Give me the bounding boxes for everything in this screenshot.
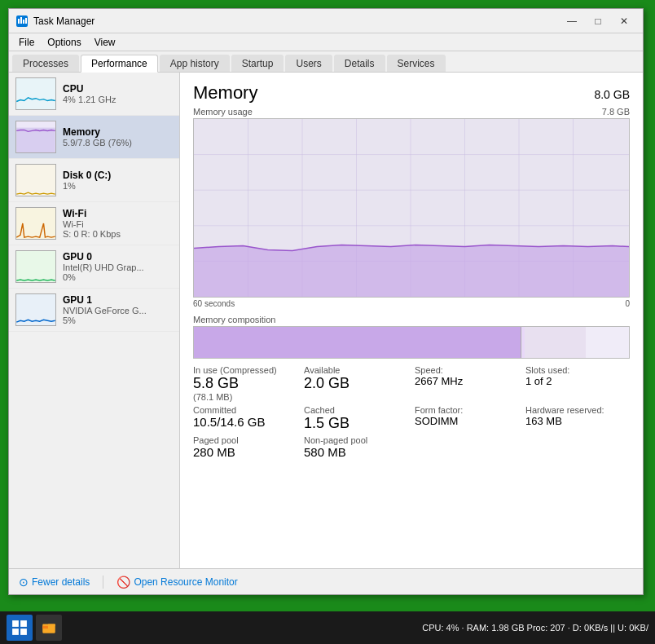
memory-thumbnail [15, 121, 56, 153]
wifi-name: Wi-Fi [63, 208, 173, 219]
stat-nonpaged: Non-paged pool 580 MB [304, 435, 408, 459]
form-label: Form factor: [415, 405, 519, 415]
sidebar-item-memory[interactable]: Memory 5.9/7.8 GB (76%) [9, 116, 179, 159]
maximize-button[interactable]: □ [586, 13, 610, 29]
footer: ⊙ Fewer details 🚫 Open Resource Monitor [9, 568, 643, 594]
stat-cached: Cached 1.5 GB [304, 405, 408, 432]
menu-options[interactable]: Options [41, 35, 87, 50]
tab-apphistory[interactable]: App history [160, 55, 230, 72]
tab-services[interactable]: Services [387, 55, 446, 72]
stat-committed: Committed 10.5/14.6 GB [193, 405, 297, 432]
cpu-name: CPU [63, 83, 173, 95]
slots-value: 1 of 2 [525, 375, 630, 387]
speed-label: Speed: [415, 365, 519, 375]
fewer-details-link[interactable]: ⊙ Fewer details [19, 576, 90, 589]
cached-value: 1.5 GB [304, 415, 408, 432]
svg-rect-22 [20, 629, 27, 635]
memory-chart [193, 118, 630, 298]
gpu0-detail2: 0% [63, 272, 173, 282]
tab-processes[interactable]: Processes [12, 55, 79, 72]
sidebar-item-gpu1[interactable]: GPU 1 NVIDIA GeForce G... 5% [9, 289, 179, 332]
gpu1-detail1: NVIDIA GeForce G... [63, 306, 173, 315]
main-content: CPU 4% 1.21 GHz Memory 5.9/7.8 GB (76%) [9, 73, 643, 568]
stat-speed: Speed: 2667 MHz [415, 365, 519, 402]
window-controls: — □ ✕ [560, 13, 636, 29]
disk-info: Disk 0 (C:) 1% [63, 170, 173, 191]
memory-name: Memory [63, 126, 173, 138]
paged-label: Paged pool [193, 435, 297, 445]
cached-label: Cached [304, 405, 408, 415]
time-left-label: 60 seconds [193, 299, 235, 308]
footer-divider [103, 576, 103, 589]
paged-value: 280 MB [193, 445, 297, 459]
tabbar: Processes Performance App history Startu… [9, 51, 643, 73]
tab-performance[interactable]: Performance [81, 55, 158, 73]
disk-detail: 1% [63, 181, 173, 191]
wifi-thumbnail [15, 207, 56, 240]
time-right-label: 0 [625, 299, 630, 308]
memory-panel: Memory 8.0 GB Memory usage 7.8 GB [180, 73, 643, 568]
svg-rect-6 [16, 128, 55, 152]
stats-container: In use (Compressed) 5.8 GB (78.1 MB) Ava… [193, 365, 630, 459]
gpu1-name: GPU 1 [63, 294, 173, 306]
chart-max-label: 7.8 GB [602, 107, 630, 117]
memory-usage-chart-section: Memory usage 7.8 GB [193, 107, 630, 308]
stat-available: Available 2.0 GB [304, 365, 408, 402]
composition-bar [193, 326, 630, 359]
taskbar-status: CPU: 4% · RAM: 1.98 GB Proc: 207 · D: 0K… [422, 623, 648, 633]
sidebar-item-cpu[interactable]: CPU 4% 1.21 GHz [9, 73, 179, 116]
in-use-sub: (78.1 MB) [193, 392, 297, 402]
memory-info: Memory 5.9/7.8 GB (76%) [63, 126, 173, 148]
sidebar-item-gpu0[interactable]: GPU 0 Intel(R) UHD Grap... 0% [9, 245, 179, 289]
taskbar-file-explorer-icon[interactable] [36, 615, 62, 641]
tab-details[interactable]: Details [334, 55, 385, 72]
tab-users[interactable]: Users [285, 55, 332, 72]
menu-file[interactable]: File [12, 35, 41, 50]
comp-in-use [194, 327, 521, 358]
taskbar-left [7, 615, 62, 641]
composition-section: Memory composition [193, 315, 630, 359]
disk-thumbnail [15, 164, 56, 196]
stat-paged: Paged pool 280 MB [193, 435, 297, 459]
available-value: 2.0 GB [304, 375, 408, 392]
time-labels: 60 seconds 0 [193, 299, 630, 308]
chart-label-text: Memory usage [193, 107, 253, 117]
stat-hw-reserved: Hardware reserved: 163 MB [525, 405, 630, 432]
sidebar-item-wifi[interactable]: Wi-Fi Wi-Fi S: 0 R: 0 Kbps [9, 202, 179, 245]
in-use-value: 5.8 GB [193, 375, 297, 392]
svg-rect-4 [25, 18, 27, 24]
app-icon [15, 15, 29, 28]
resource-monitor-icon: 🚫 [116, 576, 130, 589]
gpu0-info: GPU 0 Intel(R) UHD Grap... 0% [63, 251, 173, 282]
composition-label: Memory composition [193, 315, 630, 324]
memory-detail: 5.9/7.8 GB (76%) [63, 138, 173, 148]
comp-free [586, 327, 629, 358]
tab-startup[interactable]: Startup [231, 55, 284, 72]
cpu-info: CPU 4% 1.21 GHz [63, 83, 173, 104]
task-manager-window: Task Manager — □ ✕ File Options View Pro… [8, 8, 644, 595]
sidebar-item-disk[interactable]: Disk 0 (C:) 1% [9, 159, 179, 202]
gpu1-detail2: 5% [63, 315, 173, 325]
titlebar: Task Manager — □ ✕ [9, 9, 643, 33]
open-resource-monitor-link[interactable]: 🚫 Open Resource Monitor [116, 576, 237, 589]
gpu1-thumbnail [15, 293, 56, 326]
fewer-details-text: Fewer details [32, 576, 90, 588]
panel-header: Memory 8.0 GB [193, 82, 630, 104]
gpu0-thumbnail [15, 250, 56, 283]
taskbar-windows-icon[interactable] [7, 615, 33, 641]
gpu0-detail1: Intel(R) UHD Grap... [63, 262, 173, 272]
svg-rect-24 [42, 626, 48, 629]
open-resource-monitor-text: Open Resource Monitor [134, 576, 237, 588]
menubar: File Options View [9, 33, 643, 51]
panel-total: 8.0 GB [594, 88, 630, 101]
close-button[interactable]: ✕ [612, 13, 636, 29]
wifi-detail1: Wi-Fi [63, 219, 173, 229]
stat-slots: Slots used: 1 of 2 [525, 365, 630, 402]
menu-view[interactable]: View [88, 35, 122, 50]
nonpaged-label: Non-paged pool [304, 435, 408, 445]
minimize-button[interactable]: — [560, 13, 584, 29]
committed-value: 10.5/14.6 GB [193, 415, 297, 429]
chevron-up-icon: ⊙ [19, 576, 29, 589]
nonpaged-value: 580 MB [304, 445, 408, 459]
sidebar: CPU 4% 1.21 GHz Memory 5.9/7.8 GB (76%) [9, 73, 180, 568]
